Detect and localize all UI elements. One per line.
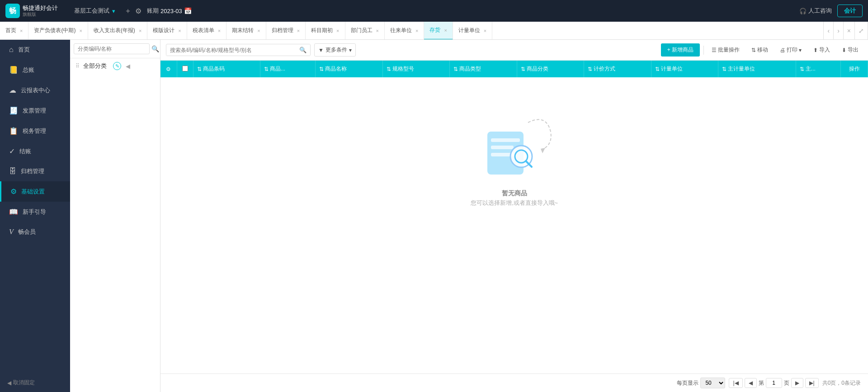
next-page-button[interactable]: ▶ xyxy=(791,378,803,388)
th-category[interactable]: ⇅ 商品分类 xyxy=(517,61,584,77)
close-icon[interactable]: × xyxy=(20,28,23,33)
sidebar-item-cloud[interactable]: ☁ 云报表中心 xyxy=(0,80,70,100)
collapse-left-icon[interactable]: ◀ xyxy=(126,63,130,70)
th-name[interactable]: ⇅ 商品名称 xyxy=(316,61,383,77)
category-search-icon[interactable]: 🔍 xyxy=(151,45,159,52)
th-settings[interactable]: ⚙ xyxy=(160,61,177,77)
sidebar-item-tax[interactable]: 📋 税务管理 xyxy=(0,121,70,141)
close-icon[interactable]: × xyxy=(444,28,447,33)
tab-next-arrow[interactable]: › xyxy=(834,22,844,40)
dropdown-icon[interactable]: ▾ xyxy=(112,8,115,14)
empty-state: 暂无商品 您可以选择新增,或者直接导入哦~ xyxy=(160,77,868,235)
sidebar-item-settings[interactable]: ⚙ 基础设置 xyxy=(0,181,70,202)
sidebar-item-invoice[interactable]: 🧾 发票管理 xyxy=(0,100,70,121)
sidebar-item-ledger[interactable]: 📒 总账 xyxy=(0,60,70,80)
tab-inventory[interactable]: 存货 × xyxy=(424,22,453,40)
settings-button[interactable]: ⚙ xyxy=(135,7,142,15)
sidebar-item-label: 云报表中心 xyxy=(21,86,50,94)
page-input[interactable] xyxy=(766,378,782,388)
tab-period-transfer[interactable]: 期末结转 × xyxy=(226,22,266,40)
tab-contacts[interactable]: 往来单位 × xyxy=(385,22,424,40)
close-icon[interactable]: × xyxy=(79,28,82,33)
close-icon[interactable]: × xyxy=(297,28,300,33)
add-button[interactable]: ＋ xyxy=(124,6,132,16)
tab-label: 模版设计 xyxy=(153,27,175,34)
tab-balance[interactable]: 资产负债表(中期) × xyxy=(28,22,88,40)
select-all-checkbox[interactable] xyxy=(182,66,188,71)
th-code[interactable]: ⇅ 商品... xyxy=(260,61,316,77)
headset-icon: 🎧 xyxy=(799,8,807,14)
sidebar-item-member[interactable]: V 畅会员 xyxy=(0,222,70,242)
company-selector[interactable]: 基层工会测试 ▾ xyxy=(74,7,115,15)
sidebar-item-label: 新手引导 xyxy=(23,208,46,216)
export-icon: ⬇ xyxy=(842,47,846,53)
tab-subject-init[interactable]: 科目期初 × xyxy=(306,22,345,40)
tab-income[interactable]: 收入支出表(年报) × xyxy=(88,22,147,40)
th-barcode[interactable]: ⇅ 商品条码 xyxy=(193,61,260,77)
import-icon: ⬆ xyxy=(813,47,818,53)
add-product-button[interactable]: + 新增商品 xyxy=(661,43,700,57)
tab-template[interactable]: 模版设计 × xyxy=(147,22,187,40)
th-main-unit[interactable]: ⇅ 主计量单位 xyxy=(718,61,796,77)
sidebar-item-label: 发票管理 xyxy=(23,107,46,115)
print-button[interactable]: 🖨 打印 ▾ xyxy=(776,43,806,57)
th-price-method[interactable]: ⇅ 计价方式 xyxy=(584,61,651,77)
last-page-button[interactable]: ▶| xyxy=(805,378,819,388)
move-icon: ⇅ xyxy=(751,47,756,53)
close-icon[interactable]: × xyxy=(257,28,260,33)
close-icon[interactable]: × xyxy=(484,28,486,33)
tab-dept-staff[interactable]: 部门员工 × xyxy=(345,22,385,40)
service-button[interactable]: 🎧 人工咨询 xyxy=(799,7,832,15)
prev-page-button[interactable]: ◀ xyxy=(745,378,757,388)
close-icon[interactable]: × xyxy=(336,28,339,33)
tab-close-all[interactable]: × xyxy=(844,22,855,40)
home-icon: ⌂ xyxy=(9,46,14,54)
import-button[interactable]: ⬆ 导入 xyxy=(809,43,834,57)
member-icon: V xyxy=(9,228,14,236)
close-icon[interactable]: × xyxy=(178,28,181,33)
tab-tax[interactable]: 税表清单 × xyxy=(187,22,226,40)
category-panel: 🔍 ⠿ 全部分类 ✎ ◀ xyxy=(70,40,160,392)
calendar-icon[interactable]: 📅 xyxy=(184,7,192,14)
filter-chevron-icon: ▾ xyxy=(349,47,352,53)
tab-home[interactable]: 首页 × xyxy=(0,22,28,40)
category-label: 全部分类 xyxy=(83,62,107,70)
grid-icon: ⠿ xyxy=(75,63,80,69)
sidebar-item-archive[interactable]: 🗄 归档管理 xyxy=(0,161,70,181)
first-page-button[interactable]: |◀ xyxy=(729,378,742,388)
sidebar-collapse-btn[interactable]: ◀ 取消固定 xyxy=(0,373,70,392)
th-spec[interactable]: ⇅ 规格型号 xyxy=(382,61,450,77)
close-icon[interactable]: × xyxy=(218,28,221,33)
toolbar-right: + 新增商品 ☰ 批量操作 ⇅ 移动 🖨 打印 xyxy=(661,43,863,57)
search-icon[interactable]: 🔍 xyxy=(296,44,310,56)
account-button[interactable]: 会计 xyxy=(837,5,863,17)
product-search-input[interactable] xyxy=(166,45,296,56)
main-layout: ⌂ 首页 📒 总账 ☁ 云报表中心 🧾 发票管理 📋 税务管理 ✓ 结账 🗄 归… xyxy=(0,40,868,392)
cloud-icon: ☁ xyxy=(9,86,16,94)
filter-button[interactable]: ▼ 更多条件 ▾ xyxy=(314,43,356,57)
close-icon[interactable]: × xyxy=(415,28,418,33)
category-all[interactable]: ⠿ 全部分类 ✎ ◀ xyxy=(70,58,160,74)
category-search: 🔍 xyxy=(70,40,160,58)
tab-prev-arrow[interactable]: ‹ xyxy=(824,22,834,40)
tab-unit[interactable]: 计量单位 × xyxy=(453,22,492,40)
close-icon[interactable]: × xyxy=(376,28,379,33)
th-unit[interactable]: ⇅ 计量单位 xyxy=(651,61,718,77)
category-search-input[interactable] xyxy=(74,43,150,54)
th-checkbox[interactable] xyxy=(177,61,193,77)
per-page-select[interactable]: 50 20 100 xyxy=(700,378,725,388)
sidebar-item-guide[interactable]: 📖 新手引导 xyxy=(0,202,70,222)
period-selector[interactable]: 账期 2023-03 📅 xyxy=(147,7,192,15)
tab-archive[interactable]: 归档管理 × xyxy=(266,22,306,40)
sidebar-item-close[interactable]: ✓ 结账 xyxy=(0,141,70,161)
move-button[interactable]: ⇅ 移动 xyxy=(747,43,772,57)
export-button[interactable]: ⬇ 导出 xyxy=(838,43,863,57)
th-type[interactable]: ⇅ 商品类型 xyxy=(450,61,517,77)
batch-operation-button[interactable]: ☰ 批量操作 xyxy=(708,43,744,57)
edit-icon[interactable]: ✎ xyxy=(113,62,121,70)
close-icon[interactable]: × xyxy=(139,28,142,33)
tab-maximize[interactable]: ⤢ xyxy=(855,22,868,40)
sidebar-item-home[interactable]: ⌂ 首页 xyxy=(0,40,70,60)
th-main-abbr[interactable]: ⇅ 主... xyxy=(796,61,840,77)
tab-label: 往来单位 xyxy=(390,27,412,34)
